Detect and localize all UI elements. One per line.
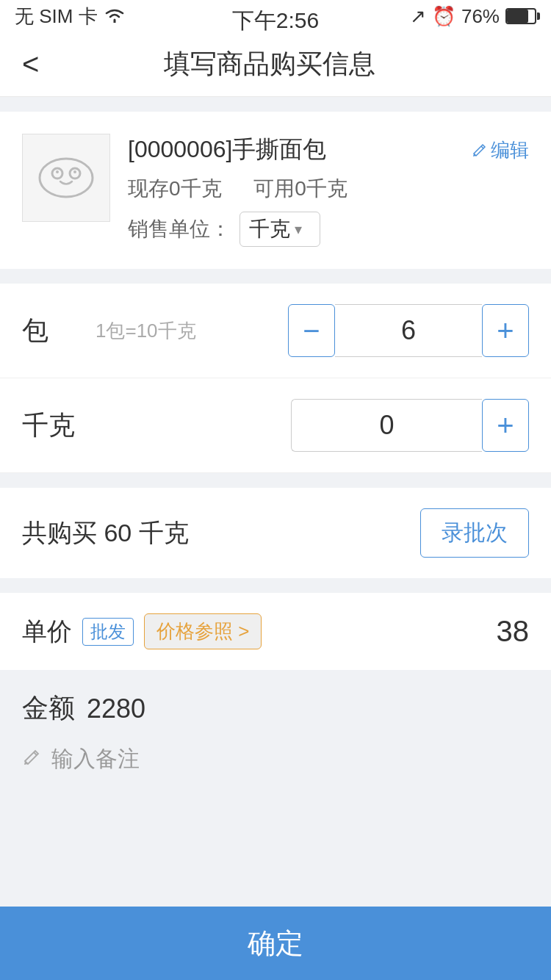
bag-qty-input[interactable] (335, 304, 482, 357)
available-text: 可用0千克 (253, 177, 347, 200)
remark-row[interactable]: 输入备注 (22, 744, 529, 774)
unit-select[interactable]: 千克 ▾ (240, 212, 320, 247)
kg-input-row: 千克 + (0, 378, 551, 473)
wifi-icon (104, 5, 126, 28)
alarm-icon: ⏰ (432, 5, 455, 28)
input-section: 包 1包=10千克 − + 千克 + (0, 284, 551, 473)
product-stock: 现存0千克 可用0千克 (128, 175, 529, 203)
product-name: [0000006]手撕面包 (128, 134, 326, 166)
unit-label: 销售单位： (128, 215, 231, 243)
product-card: [0000006]手撕面包 编辑 现存0千克 可用0千克 销售单位： (0, 112, 551, 269)
edit-label: 编辑 (491, 137, 529, 163)
location-icon: ↗ (410, 5, 426, 28)
status-right: ↗ ⏰ 76% (410, 5, 536, 28)
battery-percent: 76% (461, 5, 500, 28)
carrier-text: 无 SIM 卡 (15, 4, 98, 29)
page-title: 填写商品购买信息 (54, 46, 485, 82)
confirm-label: 确定 (248, 925, 303, 962)
edit-icon (472, 142, 488, 158)
price-label-group: 单价 批发 价格参照 > (22, 613, 262, 649)
status-time: 下午2:56 (232, 6, 319, 36)
kg-qty-control: + (291, 399, 529, 452)
amount-value: 2280 (87, 693, 145, 724)
confirm-button[interactable]: 确定 (0, 907, 551, 980)
product-unit-row: 销售单位： 千克 ▾ (128, 212, 529, 247)
remark-placeholder: 输入备注 (51, 744, 140, 774)
nav-bar: < 填写商品购买信息 (0, 32, 551, 97)
product-logo-icon (37, 156, 96, 200)
price-reference-button[interactable]: 价格参照 > (144, 613, 262, 649)
amount-label: 金额 (22, 691, 75, 727)
bag-hint: 1包=10千克 (96, 318, 273, 344)
back-button[interactable]: < (22, 48, 54, 81)
bag-input-row: 包 1包=10千克 − + (0, 284, 551, 378)
stock-spacer (227, 177, 248, 200)
price-label: 单价 (22, 615, 72, 649)
bag-qty-control: − + (288, 304, 529, 357)
bag-label: 包 (22, 313, 81, 349)
bag-increment-button[interactable]: + (482, 304, 529, 357)
bag-decrement-button[interactable]: − (288, 304, 335, 357)
product-name-row: [0000006]手撕面包 编辑 (128, 134, 529, 166)
product-thumbnail (22, 134, 110, 222)
edit-button[interactable]: 编辑 (472, 137, 529, 163)
stock-text: 现存0千克 (128, 177, 222, 200)
status-left: 无 SIM 卡 (15, 4, 126, 29)
summary-text: 共购买 60 千克 (22, 516, 189, 550)
amount-section: 金额 2280 输入备注 (0, 670, 551, 789)
battery-icon (505, 8, 536, 24)
batch-button[interactable]: 录批次 (420, 508, 529, 558)
product-info: [0000006]手撕面包 编辑 现存0千克 可用0千克 销售单位： (128, 134, 529, 247)
pencil-icon (22, 746, 43, 772)
kg-qty-input[interactable] (291, 399, 482, 452)
amount-row: 金额 2280 (22, 691, 529, 727)
price-row: 单价 批发 价格参照 > 38 (22, 613, 529, 649)
price-value: 38 (497, 615, 530, 648)
price-type-badge: 批发 (82, 618, 134, 646)
unit-value: 千克 (249, 215, 290, 243)
price-section: 单价 批发 价格参照 > 38 (0, 593, 551, 670)
chevron-down-icon: ▾ (295, 220, 302, 238)
kg-increment-button[interactable]: + (482, 399, 529, 452)
svg-point-4 (73, 170, 76, 173)
status-bar: 无 SIM 卡 下午2:56 ↗ ⏰ 76% (0, 0, 551, 32)
kg-label: 千克 (22, 408, 81, 444)
svg-point-0 (40, 159, 93, 197)
summary-row: 共购买 60 千克 录批次 (0, 488, 551, 578)
svg-point-3 (56, 170, 59, 173)
